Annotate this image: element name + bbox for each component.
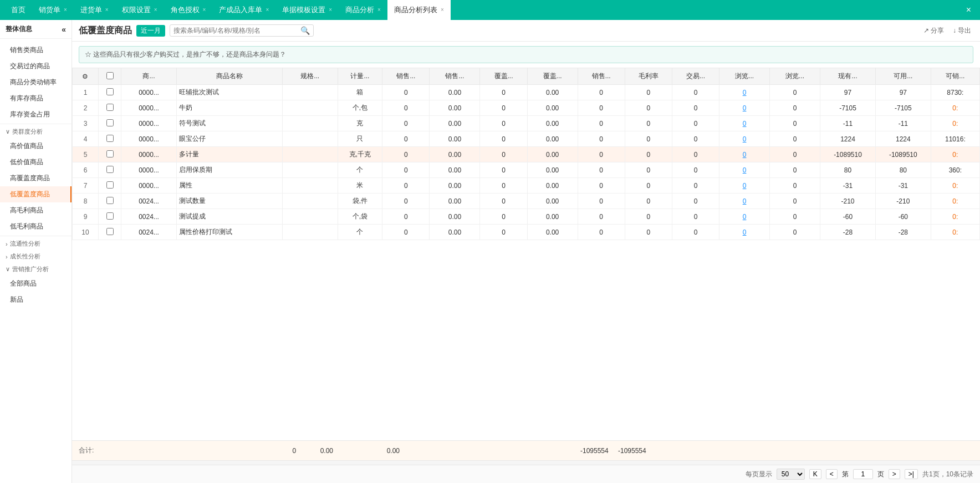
row-select-checkbox[interactable] xyxy=(106,150,114,157)
page-number-input[interactable] xyxy=(853,469,873,479)
last-page-btn[interactable]: >| xyxy=(905,469,918,479)
browse-link[interactable]: 0 xyxy=(743,104,747,112)
row-checkbox[interactable] xyxy=(98,116,121,131)
nav-purchase-close[interactable]: × xyxy=(105,0,109,20)
col-sales-amt-header[interactable]: 销售... xyxy=(430,68,480,85)
col-cov1-header[interactable]: 覆盖... xyxy=(480,68,527,85)
nav-template[interactable]: 单据模板设置 × xyxy=(275,0,339,20)
nav-analysis-list[interactable]: 商品分析列表 × xyxy=(387,0,451,20)
sidebar-item-high-coverage[interactable]: 高覆盖度商品 xyxy=(0,170,72,186)
nav-template-close[interactable]: × xyxy=(329,0,332,20)
row-select-checkbox[interactable] xyxy=(106,181,114,189)
browse-link[interactable]: 0 xyxy=(743,135,747,143)
browse-link[interactable]: 0 xyxy=(743,228,747,236)
row-checkbox[interactable] xyxy=(98,85,121,100)
nav-sales-close[interactable]: × xyxy=(64,0,67,20)
nav-analysis[interactable]: 商品分析 × xyxy=(339,0,387,20)
nav-purchase[interactable]: 进货单 × xyxy=(74,0,115,20)
sidebar-item-high-value[interactable]: 高价值商品 xyxy=(0,138,72,154)
sidebar-item-high-profit[interactable]: 高毛利商品 xyxy=(0,202,72,218)
search-icon[interactable]: 🔍 xyxy=(300,26,310,35)
row-select-checkbox[interactable] xyxy=(106,104,114,111)
row-checkbox[interactable] xyxy=(98,194,121,209)
select-all-checkbox[interactable] xyxy=(106,72,114,79)
col-gross-header[interactable]: 毛利率 xyxy=(625,68,672,85)
browse-link[interactable]: 0 xyxy=(743,151,747,159)
nav-permission-close[interactable]: × xyxy=(154,0,157,20)
table-container[interactable]: ⚙ 商... 商品名称 规格... 计量... 销售... 销售... 覆盖..… xyxy=(72,68,980,440)
prev-page-btn[interactable]: < xyxy=(826,469,838,479)
nav-permission[interactable]: 权限设置 × xyxy=(115,0,164,20)
share-btn[interactable]: ↗ 分享 xyxy=(921,25,946,37)
sidebar-item-has-stock[interactable]: 有库存商品 xyxy=(0,90,72,106)
nav-warehouse-close[interactable]: × xyxy=(266,0,269,20)
col-checkbox-header[interactable] xyxy=(98,68,121,85)
sidebar-item-low-profit[interactable]: 低毛利商品 xyxy=(0,218,72,235)
browse-link[interactable]: 0 xyxy=(743,213,747,221)
col-cov2-header[interactable]: 覆盖... xyxy=(527,68,578,85)
sidebar-section-marketing[interactable]: ∨ 营销推广分析 xyxy=(0,263,72,276)
nav-analysis-list-close[interactable]: × xyxy=(441,0,444,20)
col-avail-header[interactable]: 可用... xyxy=(875,68,931,85)
row-checkbox[interactable] xyxy=(98,131,121,147)
row-checkbox[interactable] xyxy=(98,147,121,162)
col-unit-header[interactable]: 计量... xyxy=(338,68,382,85)
col-code-header[interactable]: 商... xyxy=(121,68,177,85)
sidebar-item-traded[interactable]: 交易过的商品 xyxy=(0,58,72,74)
window-close-btn[interactable]: × xyxy=(962,5,976,15)
sidebar-item-sales-category[interactable]: 销售类商品 xyxy=(0,42,72,58)
sidebar-item-all-goods[interactable]: 全部商品 xyxy=(0,276,72,292)
col-name-header[interactable]: 商品名称 xyxy=(176,68,282,85)
col-settings[interactable]: ⚙ xyxy=(73,68,99,85)
col-sales-qty-header[interactable]: 销售... xyxy=(382,68,430,85)
sidebar-item-low-value[interactable]: 低价值商品 xyxy=(0,154,72,170)
row-select-checkbox[interactable] xyxy=(106,197,114,204)
row-checkbox[interactable] xyxy=(98,162,121,178)
sidebar-item-new-goods[interactable]: 新品 xyxy=(0,292,72,308)
row-checkbox[interactable] xyxy=(98,209,121,225)
browse-link[interactable]: 0 xyxy=(743,89,747,96)
sidebar-item-capital[interactable]: 库存资金占用 xyxy=(0,106,72,123)
row-select-checkbox[interactable] xyxy=(106,88,114,95)
search-input[interactable] xyxy=(173,27,298,34)
col-browse2-header[interactable]: 浏览... xyxy=(770,68,820,85)
browse-link[interactable]: 0 xyxy=(743,120,747,128)
col-current-header[interactable]: 现有... xyxy=(820,68,876,85)
nav-home[interactable]: 首页 xyxy=(4,0,32,20)
row-select-checkbox[interactable] xyxy=(106,212,114,220)
sidebar-collapse-btn[interactable]: « xyxy=(62,25,66,34)
col-sellable-header[interactable]: 可销... xyxy=(931,68,979,85)
nav-role[interactable]: 角色授权 × xyxy=(164,0,213,20)
sidebar-item-promo[interactable]: 商品分类动销率 xyxy=(0,74,72,90)
nav-role-close[interactable]: × xyxy=(203,0,206,20)
sidebar-section-growth[interactable]: › 成长性分析 xyxy=(0,250,72,263)
date-filter-btn[interactable]: 近一月 xyxy=(136,25,165,37)
nav-warehouse[interactable]: 产成品入库单 × xyxy=(212,0,275,20)
row-checkbox[interactable] xyxy=(98,225,121,240)
col-sales2-header[interactable]: 销售... xyxy=(578,68,625,85)
row-select-checkbox[interactable] xyxy=(106,166,114,173)
browse-link[interactable]: 0 xyxy=(743,197,747,205)
row-sellable: 0: xyxy=(931,100,979,116)
browse-link[interactable]: 0 xyxy=(743,182,747,190)
row-checkbox[interactable] xyxy=(98,100,121,116)
sidebar-section-flow[interactable]: › 流通性分析 xyxy=(0,237,72,250)
sidebar-item-low-coverage[interactable]: 低覆盖度商品 xyxy=(0,186,72,202)
browse-link[interactable]: 0 xyxy=(743,166,747,174)
next-page-btn[interactable]: > xyxy=(889,469,900,479)
first-page-btn[interactable]: K xyxy=(809,469,821,479)
col-spec-header[interactable]: 规格... xyxy=(282,68,338,85)
row-select-checkbox[interactable] xyxy=(106,119,114,126)
page-size-select[interactable]: 50 20 100 200 xyxy=(777,469,805,480)
horizontal-scrollbar[interactable] xyxy=(72,460,980,465)
row-gross-rate: 0 xyxy=(625,116,672,131)
nav-sales[interactable]: 销货单 × xyxy=(32,0,74,20)
row-checkbox[interactable] xyxy=(98,178,121,194)
col-browse1-header[interactable]: 浏览... xyxy=(719,68,770,85)
sidebar-section-quality[interactable]: ∨ 类群度分析 xyxy=(0,125,72,138)
col-trans-header[interactable]: 交易... xyxy=(672,68,719,85)
row-select-checkbox[interactable] xyxy=(106,228,114,235)
export-btn[interactable]: ↓ 导出 xyxy=(951,25,973,37)
row-select-checkbox[interactable] xyxy=(106,135,114,142)
nav-analysis-close[interactable]: × xyxy=(377,0,381,20)
